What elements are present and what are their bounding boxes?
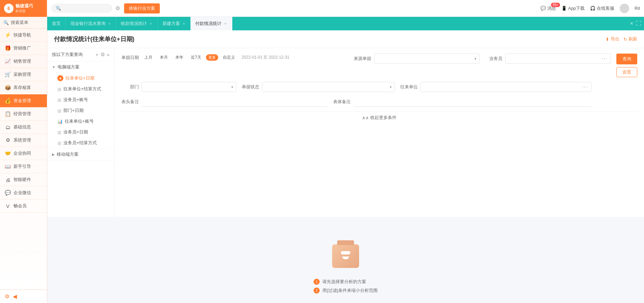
export-btn[interactable]: ⬆ 导出 — [606, 36, 619, 42]
scheme-item-unit-date[interactable]: ● 往来单位+日期 — [47, 73, 114, 84]
export-icon: ⬆ — [606, 37, 609, 42]
sidebar-item-operations[interactable]: 📋 经营管理 — [0, 108, 47, 121]
tab-cash-query[interactable]: 现金银行流水查询 × — [66, 17, 116, 30]
chevron-right-icon: ▶ — [52, 152, 55, 157]
date-last-month-btn[interactable]: 上月 — [142, 54, 155, 61]
sidebar-item-marketing[interactable]: 🎁 营销推广 — [0, 42, 47, 55]
table-body-note-input[interactable] — [353, 97, 591, 107]
basic-info-icon: 🗂 — [5, 124, 11, 130]
table-header-note-input[interactable] — [142, 97, 328, 107]
tab-receipt-stats-close[interactable]: × — [149, 21, 152, 26]
sidebar-item-guide[interactable]: 📖 新手引导 — [0, 160, 47, 173]
sidebar-item-finance[interactable]: 💰 资金管理 — [0, 94, 47, 108]
sidebar-item-quick-nav[interactable]: ⚡ 快捷导航 — [0, 29, 47, 42]
sidebar-item-sales[interactable]: 📈 销售管理 — [0, 55, 47, 68]
staff-label: 业务员 — [485, 56, 502, 62]
scheme-item-label: 往来单位+账号 — [65, 118, 94, 124]
sidebar-item-label: 智能硬件 — [13, 177, 31, 183]
sidebar-footer: ⚙ ◀ — [0, 290, 47, 303]
tab-receipt-stats[interactable]: 收款情况统计 × — [116, 17, 157, 30]
tabbar-expand-btn[interactable]: ⛶ — [636, 21, 641, 27]
user-avatar[interactable] — [620, 4, 629, 13]
trial-btn[interactable]: 体验行业方案 — [124, 3, 160, 13]
sidebar-collapse-btn[interactable]: ◀ — [13, 293, 17, 300]
tab-payment-stats-close[interactable]: × — [224, 21, 227, 26]
date-range-text: 2022-01-01 至 2022-12-31 — [242, 55, 289, 60]
header-search[interactable]: 🔍 — [51, 4, 112, 12]
tab-new-scheme-close[interactable]: × — [182, 21, 185, 26]
dept-select[interactable]: ▾ — [142, 82, 236, 92]
online-service-btn[interactable]: 🎧 在线客服 — [590, 5, 614, 11]
sidebar-item-wechat[interactable]: 💬 企业微信 — [0, 186, 47, 200]
collapse-filters-btn[interactable]: ∧∧ 收起更多条件 — [121, 112, 637, 123]
chevron-up-icon: ∧∧ — [362, 115, 369, 120]
scheme-item-unit-account[interactable]: 📊 往来单位+账号 — [47, 116, 114, 127]
partner-select[interactable]: ··· — [420, 82, 592, 92]
table-icon: ▦ — [57, 130, 61, 135]
scheme-item-label: 往来单位+日期 — [65, 75, 94, 81]
tab-new-scheme-label: 新建方案 — [163, 21, 180, 27]
scheme-desktop-group: ▼ 电脑端方案 ● 往来单位+日期 ▦ 往来单位+结算方式 ▦ 业务员+账号 — [47, 61, 114, 149]
sidebar-item-basic-info[interactable]: 🗂 基础信息 — [0, 121, 47, 134]
tab-new-scheme[interactable]: 新建方案 × — [158, 17, 191, 30]
scheme-desktop-header[interactable]: ▼ 电脑端方案 — [47, 61, 114, 73]
staff-more-icon[interactable]: ··· — [602, 56, 608, 62]
empty-hint-2: 2 用[过滤]条件来缩小分析范围 — [314, 287, 377, 294]
scheme-mobile-header[interactable]: ▶ 移动端方案 — [47, 149, 114, 160]
partner-more-icon[interactable]: ··· — [582, 84, 588, 90]
doc-status-select[interactable]: ▾ — [262, 82, 395, 92]
refresh-btn[interactable]: ↻ 刷新 — [623, 36, 637, 42]
date-this-year-btn[interactable]: 本年 — [173, 54, 186, 61]
robot-eyes — [341, 251, 350, 254]
tab-home-label: 首页 — [52, 21, 61, 27]
scheme-add-btn[interactable]: + — [95, 52, 98, 58]
sidebar-settings-btn[interactable]: ⚙ — [5, 293, 9, 300]
quick-nav-icon: ⚡ — [5, 32, 11, 38]
chevron-down-icon: ▾ — [390, 85, 392, 89]
partner-label: 往来单位 — [400, 84, 418, 90]
scheme-collapse-btn[interactable]: « — [107, 52, 110, 58]
scheme-item-staff-date[interactable]: ▦ 业务员+日期 — [47, 127, 114, 138]
date-this-month-btn[interactable]: 本月 — [157, 54, 171, 61]
app-download-icon: 📱 — [561, 6, 567, 11]
sidebar-item-smart-hw[interactable]: 🖨 智能硬件 — [0, 173, 47, 186]
sidebar-item-inventory[interactable]: 📦 库存核算 — [0, 81, 47, 94]
scheme-settings-btn[interactable]: ⚙ — [100, 52, 105, 58]
tab-payment-stats[interactable]: 付款情况统计 × — [191, 17, 232, 30]
scheme-panel-actions: + ⚙ « — [95, 52, 110, 58]
app-name: 畅捷通巧 — [16, 3, 33, 9]
notification-btn[interactable]: 💬 消息 99+ — [540, 5, 556, 11]
tab-cash-query-close[interactable]: × — [108, 21, 111, 26]
date-last-7days-btn[interactable]: 近7天 — [188, 54, 204, 61]
scheme-item-label: 往来单位+结算方式 — [63, 86, 101, 92]
chevron-down-icon: ▼ — [52, 65, 56, 69]
scheme-item-dept-date[interactable]: ▦ 部门+日期 — [47, 105, 114, 116]
sidebar-item-vip[interactable]: V 畅会员 — [0, 200, 47, 213]
username[interactable]: Rit — [635, 6, 640, 11]
sidebar-item-label: 销售管理 — [13, 58, 31, 64]
staff-select[interactable]: ··· — [505, 54, 611, 64]
scheme-item-staff-settle[interactable]: ▦ 业务员+结算方式 — [47, 138, 114, 148]
date-more-btn[interactable]: 更多 — [206, 54, 218, 61]
filter-settings-btn[interactable]: 设置 — [616, 67, 637, 77]
query-btn[interactable]: 查询 — [616, 54, 637, 64]
table-icon: ▦ — [57, 108, 61, 113]
source-select[interactable]: ▾ — [374, 54, 480, 64]
search-menu-label: 搜索菜单 — [11, 20, 28, 26]
search-icon: 🔍 — [56, 6, 61, 11]
filter-partner: 往来单位 ··· — [400, 82, 592, 92]
sidebar-item-purchase[interactable]: 🛒 采购管理 — [0, 68, 47, 81]
date-custom-btn[interactable]: 自定义 — [220, 54, 238, 61]
scheme-item-unit-settle[interactable]: ▦ 往来单位+结算方式 — [47, 84, 114, 94]
header-gear-btn[interactable]: ⚙ — [115, 5, 120, 11]
search-menu[interactable]: 🔍 搜索菜单 — [0, 17, 47, 29]
sidebar-item-collab[interactable]: 🤝 企业协同 — [0, 147, 47, 160]
sidebar-item-system[interactable]: ⚙ 系统管理 — [0, 134, 47, 147]
chart-icon: 📊 — [57, 119, 63, 124]
app-download-btn[interactable]: 📱 App下载 — [561, 5, 585, 11]
filter-dept: 部门 ▾ — [121, 82, 236, 92]
tab-home[interactable]: 首页 — [47, 17, 66, 30]
scheme-item-staff-account[interactable]: ▦ 业务员+账号 — [47, 94, 114, 105]
sidebar-item-label: 新手引导 — [13, 163, 31, 170]
tabbar-close-btn[interactable]: × — [630, 21, 633, 27]
